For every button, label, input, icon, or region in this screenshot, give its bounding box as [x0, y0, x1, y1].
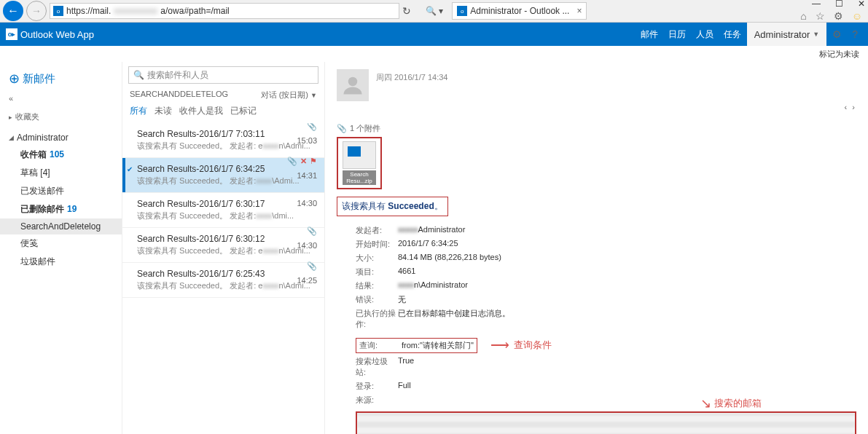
message-item[interactable]: 📎15:03Search Results-2016/1/7 7:03:11该搜索…: [122, 123, 324, 158]
attachment-item[interactable]: Search Resu...zip: [337, 137, 382, 189]
favorites-icon[interactable]: ☆: [816, 10, 825, 22]
filter-unread[interactable]: 未读: [155, 105, 172, 117]
message-item[interactable]: 📎14:30Search Results-2016/1/7 6:30:12该搜索…: [122, 228, 324, 263]
nav-forward-button[interactable]: →: [26, 1, 47, 21]
message-item[interactable]: ✔📎✕⚑14:31Search Results-2016/1/7 6:34:25…: [122, 158, 324, 193]
annotation-mailbox: 搜索的邮箱: [714, 397, 762, 410]
annotation-arrow-icon: ↘: [700, 395, 711, 411]
mark-unread-link[interactable]: 标记为未读: [0, 46, 868, 62]
nav-back-button[interactable]: ←: [3, 1, 23, 21]
mailbox-root[interactable]: ◢ Administrator: [0, 127, 122, 146]
attachment-thumb: [343, 141, 376, 169]
filter-tome[interactable]: 收件人是我: [179, 105, 223, 117]
site-icon: o: [53, 6, 63, 16]
message-preview: 该搜索具有 Succeeded。 发起者: exxxxn\Admi...: [137, 280, 317, 291]
nav-tasks[interactable]: 任务: [724, 28, 741, 41]
message-time: 14:30: [297, 241, 317, 250]
login-label: 登录:: [356, 381, 398, 392]
message-paging[interactable]: ‹ ›: [845, 103, 856, 111]
chevron-down-icon: ▼: [813, 31, 819, 38]
result-label: 结果:: [356, 280, 398, 291]
delete-icon[interactable]: ✕: [300, 157, 307, 166]
paperclip-icon: 📎: [337, 124, 347, 133]
search-dropdown[interactable]: 🔍 ▾: [420, 6, 449, 16]
filter-row: 所有 未读 收件人是我 已标记: [122, 102, 324, 123]
avatar: [337, 69, 369, 101]
query-value: from:"请转相关部门": [402, 340, 474, 351]
owa-logo[interactable]: o▸ Outlook Web App: [6, 28, 94, 40]
user-name: Administrator: [754, 29, 810, 40]
message-item[interactable]: 📎14:25Search Results-2016/1/7 6:25:43该搜索…: [122, 263, 324, 298]
message-subject: Search Results-2016/1/7 6:30:17: [137, 199, 317, 209]
minimize-button[interactable]: —: [812, 0, 821, 9]
tab-title: Administrator - Outlook ...: [470, 6, 569, 16]
svg-point-0: [348, 77, 358, 87]
message-preview: 该搜索具有 Succeeded。 发起者:xxxx\dmi...: [137, 210, 317, 221]
nav-mail[interactable]: 邮件: [641, 28, 658, 41]
items-value: 4661: [398, 267, 415, 277]
exec-value: 已在目标邮箱中创建日志消息。: [398, 308, 510, 330]
message-time: 14:31: [297, 171, 317, 180]
detail-table: 发起者:xxxxxAdministrator 开始时间:2016/1/7 6:3…: [356, 224, 856, 407]
sort-menu[interactable]: 对话 (按日期) ▼: [261, 90, 317, 100]
annotation-query: 查询条件: [514, 339, 552, 352]
folder-item[interactable]: 已删除邮件19: [0, 200, 122, 218]
folder-item[interactable]: 收件箱105: [0, 146, 122, 164]
folder-pane: ⊕ 新邮件 « ▸ 收藏夹 ◢ Administrator 收件箱105草稿 […: [0, 62, 122, 434]
user-menu[interactable]: Administrator ▼: [747, 23, 827, 46]
message-time: 14:25: [297, 276, 317, 285]
filter-all[interactable]: 所有: [130, 105, 147, 117]
sender-label: 发起者:: [356, 225, 398, 236]
address-bar[interactable]: o https://mail. xxxxxxxxxx a/owa#path=/m…: [50, 3, 399, 19]
tools-icon[interactable]: ⚙: [834, 10, 843, 22]
browser-toolbar: ← → o https://mail. xxxxxxxxxx a/owa#pat…: [0, 0, 868, 23]
message-time: 15:03: [297, 136, 317, 145]
browser-tab[interactable]: o Administrator - Outlook ... ×: [452, 2, 587, 20]
maximize-button[interactable]: ☐: [835, 0, 843, 9]
start-value: 2016/1/7 6:34:25: [398, 239, 458, 250]
home-icon[interactable]: ⌂: [800, 10, 806, 22]
paperclip-icon: 📎: [307, 226, 317, 236]
folder-item[interactable]: 已发送邮件: [0, 182, 122, 200]
folder-item[interactable]: 草稿 [4]: [0, 164, 122, 182]
message-subject: Search Results-2016/1/7 7:03:11: [137, 129, 317, 139]
owa-logo-icon: o▸: [6, 28, 17, 40]
status-message: 该搜索具有 Succeeded。: [337, 197, 448, 216]
gear-icon[interactable]: ⚙: [826, 28, 848, 40]
check-icon: ✔: [127, 165, 133, 173]
close-button[interactable]: ✕: [858, 0, 865, 9]
message-time: 14:30: [297, 199, 317, 208]
help-icon[interactable]: ?: [848, 28, 862, 40]
folder-item[interactable]: SearchAndDeletelog: [0, 218, 122, 234]
filter-flagged[interactable]: 已标记: [230, 105, 257, 117]
tab-close-icon[interactable]: ×: [576, 6, 582, 16]
folder-item[interactable]: 垃圾邮件: [0, 253, 122, 271]
size-value: 84.14 MB (88,226,218 bytes): [398, 253, 501, 264]
nav-calendar[interactable]: 日历: [668, 28, 686, 41]
collapse-nav-button[interactable]: «: [0, 90, 122, 107]
message-item[interactable]: 14:30Search Results-2016/1/7 6:30:17该搜索具…: [122, 193, 324, 228]
folder-title: SEARCHANDDELETELOG: [130, 90, 228, 100]
paperclip-icon: 📎: [287, 157, 297, 166]
search-input[interactable]: 🔍 搜索邮件和人员: [128, 66, 318, 84]
sender-value: Administrator: [418, 225, 466, 236]
attachment-name: Search Resu...zip: [343, 170, 376, 185]
new-mail-button[interactable]: ⊕ 新邮件: [0, 68, 122, 90]
url-prefix: https://mail.: [66, 6, 111, 16]
tab-icon: o: [457, 6, 467, 16]
message-date: 周四 2016/1/7 14:34: [376, 72, 447, 83]
annotation-arrow-icon: ⟶: [490, 337, 509, 353]
message-preview: 该搜索具有 Succeeded。 发起者:xxxx\Admi...: [137, 175, 317, 186]
feedback-icon[interactable]: ☺: [852, 10, 862, 22]
url-suffix: a/owa#path=/mail: [160, 6, 229, 16]
search-icon: 🔍: [133, 70, 144, 80]
flag-icon[interactable]: ⚑: [310, 157, 317, 166]
folder-item[interactable]: 便笺: [0, 234, 122, 253]
favorites-header[interactable]: ▸ 收藏夹: [0, 107, 122, 127]
owa-header: o▸ Outlook Web App 邮件 日历 人员 任务 Administr…: [0, 23, 868, 46]
refresh-button[interactable]: ↻: [402, 5, 417, 17]
exec-label: 已执行的操作:: [356, 308, 398, 330]
items-label: 项目:: [356, 267, 398, 277]
chevron-right-icon: ▸: [9, 114, 12, 121]
nav-people[interactable]: 人员: [696, 28, 713, 41]
